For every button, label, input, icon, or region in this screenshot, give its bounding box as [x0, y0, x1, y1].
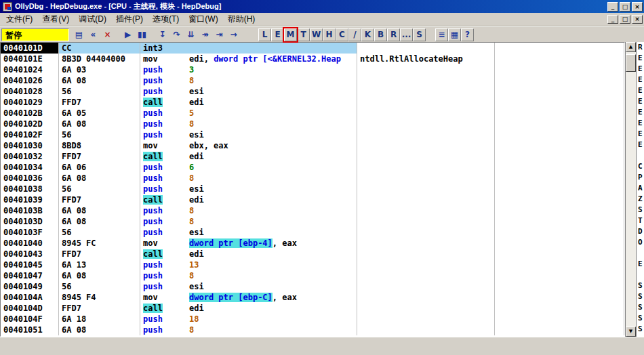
disasm-row[interactable]: 00401029FFD7calledi: [1, 97, 624, 108]
mnemonic-text: push: [143, 173, 163, 183]
help-button[interactable]: ?: [461, 28, 474, 41]
disasm-row[interactable]: 004010476A 08push8: [1, 270, 624, 281]
disasm-row[interactable]: 004010308BD8movebx, eax: [1, 140, 624, 151]
register-edge-char: E: [637, 259, 644, 270]
disasm-row[interactable]: 0040103B6A 08push8: [1, 205, 624, 216]
menu-item[interactable]: 窗口(W): [184, 12, 222, 26]
disassembly-cell: push5: [140, 108, 357, 119]
handles-window-button[interactable]: H: [323, 28, 336, 41]
disasm-row[interactable]: 0040103D6A 08push8: [1, 216, 624, 227]
operand: 13: [189, 260, 199, 270]
mdi-minimize-button[interactable]: _: [607, 15, 618, 24]
menu-item[interactable]: 文件(F): [1, 12, 37, 26]
windows-list-button[interactable]: ≡: [435, 28, 448, 41]
mnemonic: push: [143, 184, 189, 194]
operand: esi: [189, 184, 204, 194]
open-file-button[interactable]: ▤: [72, 28, 86, 41]
step-into-button[interactable]: ↧: [155, 28, 169, 41]
hexdump-cell: 8945 FC: [59, 238, 140, 249]
disasm-row[interactable]: 004010516A 08push8: [1, 325, 624, 335]
mnemonic-text: push: [143, 314, 163, 324]
scrollbar-track[interactable]: [626, 52, 636, 327]
disasm-row[interactable]: 00401039FFD7calledi: [1, 194, 624, 205]
disasm-row[interactable]: 0040104956pushesi: [1, 281, 624, 292]
close-program-button[interactable]: ×: [100, 28, 115, 41]
threads-window-button[interactable]: T: [297, 28, 310, 41]
source-window-button[interactable]: S: [413, 28, 426, 41]
executables-window-button[interactable]: E: [271, 28, 284, 41]
patches-window-button[interactable]: /: [348, 28, 361, 41]
animate-over-button[interactable]: ↠: [198, 28, 212, 41]
comment-cell: [357, 184, 495, 194]
hexdump-cell: 56: [59, 86, 140, 97]
breakpoints-window-button[interactable]: B: [374, 28, 387, 41]
hexdump-cell: FFD7: [59, 194, 140, 205]
references-window-button[interactable]: R: [387, 28, 400, 41]
hexdump-cell: FFD7: [59, 97, 140, 108]
disasm-row[interactable]: 00401043FFD7calledi: [1, 249, 624, 259]
appearance-button[interactable]: ▦: [448, 28, 461, 41]
address-cell: 0040101E: [1, 54, 59, 64]
step-over-button[interactable]: ↷: [169, 28, 184, 41]
disasm-row[interactable]: 00401032FFD7calledi: [1, 151, 624, 162]
menu-item[interactable]: 选项(T): [148, 12, 184, 26]
run-button[interactable]: ▶: [121, 28, 135, 41]
menu-item[interactable]: 插件(P): [111, 12, 148, 26]
call-stack-window-button[interactable]: K: [361, 28, 374, 41]
disasm-row[interactable]: 0040104A8945 F4movdword ptr [ebp-C], eax: [1, 292, 624, 303]
cpu-window-button[interactable]: C: [336, 28, 348, 41]
disasm-row[interactable]: 0040102856pushesi: [1, 86, 624, 97]
disassembly-cell: push8: [140, 75, 357, 86]
menu-item[interactable]: 查看(V): [37, 12, 74, 26]
empty-cell: [495, 270, 624, 281]
disasm-row[interactable]: 0040104F6A 18push18: [1, 314, 624, 325]
disassembly-cell: push18: [140, 314, 357, 325]
comment-cell: [357, 281, 495, 292]
mnemonic-text: push: [143, 271, 163, 280]
close-button[interactable]: ×: [632, 2, 643, 12]
mnemonic-text: mov: [143, 293, 158, 302]
disassembly-pane[interactable]: 0040101DCCint30040101E8B3D 04404000moved…: [0, 42, 625, 337]
disasm-row[interactable]: 0040102D6A 08push8: [1, 119, 624, 129]
scrollbar-thumb[interactable]: [626, 54, 636, 72]
scroll-up-icon[interactable]: ▲: [626, 42, 636, 52]
minimize-button[interactable]: _: [607, 2, 618, 12]
disasm-row[interactable]: 0040102F56pushesi: [1, 129, 624, 140]
memory-window-button[interactable]: M: [284, 28, 297, 41]
pause-button[interactable]: ▮▮: [135, 28, 149, 41]
disasm-row[interactable]: 004010366A 08push8: [1, 173, 624, 184]
disasm-row[interactable]: 0040102B6A 05push5: [1, 108, 624, 119]
menu-item[interactable]: 调试(D): [74, 12, 111, 26]
register-edge-char: E: [637, 96, 644, 107]
disasm-row[interactable]: 004010266A 08push8: [1, 75, 624, 86]
menu-item[interactable]: 帮助(H): [223, 12, 260, 26]
go-to-button[interactable]: →: [226, 28, 241, 41]
disasm-row[interactable]: 0040104DFFD7calledi: [1, 303, 624, 314]
bottom-panel: [0, 337, 644, 355]
exec-till-return-button[interactable]: ⇥: [212, 28, 226, 41]
scroll-down-icon[interactable]: ▼: [626, 327, 636, 337]
address-cell: 0040103D: [1, 216, 59, 227]
disassembly-cell: push8: [140, 119, 357, 129]
disasm-row[interactable]: 0040101E8B3D 04404000movedi, dword ptr […: [1, 54, 624, 64]
mnemonic: call: [143, 303, 189, 314]
disasm-row[interactable]: 0040101DCCint3: [1, 43, 624, 54]
restart-button[interactable]: «: [86, 28, 100, 41]
log-window-button[interactable]: L: [258, 28, 271, 41]
disasm-row[interactable]: 004010246A 03push3: [1, 64, 624, 75]
animate-into-button[interactable]: ⇊: [184, 28, 198, 41]
address-cell: 0040103B: [1, 205, 59, 216]
windows-window-button[interactable]: W: [310, 28, 323, 41]
run-trace-window-button[interactable]: ...: [400, 28, 413, 41]
mdi-close-button[interactable]: ×: [632, 15, 643, 24]
disasm-row[interactable]: 0040103F56pushesi: [1, 227, 624, 238]
disasm-row[interactable]: 0040103856pushesi: [1, 184, 624, 194]
mnemonic-text: push: [143, 76, 163, 85]
register-edge-char: O: [637, 237, 644, 248]
disasm-row[interactable]: 004010346A 06push6: [1, 162, 624, 173]
register-edge-char: T: [637, 215, 644, 226]
mdi-restore-button[interactable]: □: [620, 15, 630, 24]
disasm-row[interactable]: 004010456A 13push13: [1, 259, 624, 270]
disasm-row[interactable]: 004010408945 FCmovdword ptr [ebp-4], eax: [1, 238, 624, 249]
maximize-button[interactable]: □: [620, 2, 630, 12]
